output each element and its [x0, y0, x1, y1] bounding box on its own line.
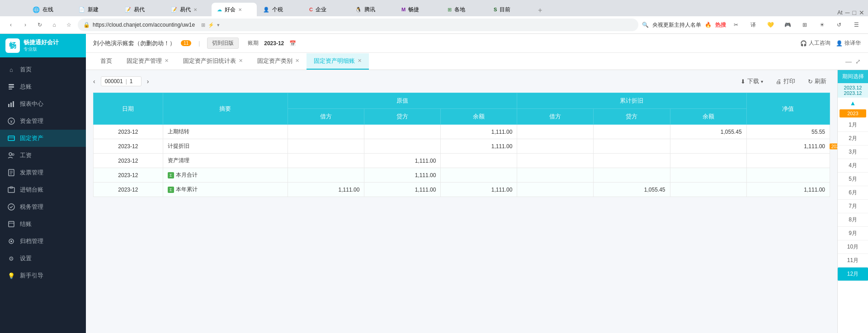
maximize-btn[interactable]: □	[853, 9, 856, 16]
app-container: 畅 畅捷通好会计 专业版 ⌂ 首页 总账 报表中心	[0, 34, 868, 333]
sidebar-item-label: 报表中心	[20, 100, 43, 108]
tab-expand-icon[interactable]: ⤢	[855, 58, 861, 65]
sidebar-item-reports[interactable]: 报表中心	[0, 95, 86, 113]
download-btn[interactable]: ⬇ 下载 ▾	[737, 75, 767, 87]
tab-label: 新建	[88, 6, 99, 14]
table-row: 2023-12 上期结转 1,111.00 1,055.45 55.55	[94, 125, 830, 139]
svg-rect-2	[9, 89, 12, 89]
cell-net-value	[746, 154, 830, 168]
sidebar-item-funds[interactable]: ¥ 资金管理	[0, 113, 86, 130]
cell-dep-balance	[670, 139, 746, 154]
browser-tab-changjie[interactable]: M 畅捷	[396, 3, 441, 16]
browser-tab-gedi[interactable]: ⊞ 各地	[442, 3, 487, 16]
account-badge: 11	[181, 40, 191, 46]
calendar-icon[interactable]: 📅	[289, 40, 296, 47]
cut-icon[interactable]: ✂	[730, 19, 742, 31]
menu-icon[interactable]: ☰	[850, 19, 863, 31]
refresh-btn[interactable]: ↻ 刷新	[804, 75, 830, 87]
browser-tab-geshui[interactable]: 👤 个税	[258, 3, 303, 16]
period-up-btn[interactable]: ▲	[838, 98, 868, 108]
home-button[interactable]: ⌂	[49, 19, 60, 30]
sidebar-item-guide[interactable]: 💡 新手引导	[0, 267, 86, 284]
brightness-icon[interactable]: ☀	[816, 19, 828, 31]
nav-arrows: ‹	[93, 78, 95, 85]
bookmark-button[interactable]: ☆	[63, 19, 74, 30]
game-icon[interactable]: 🎮	[781, 19, 794, 31]
sidebar-item-archive[interactable]: 归档管理	[0, 233, 86, 250]
tab-close-icon[interactable]: ✕	[239, 58, 243, 64]
tab-close-icon[interactable]: ✕	[358, 58, 362, 64]
wallet-icon[interactable]: 💛	[764, 19, 777, 31]
tab-home[interactable]: 首页	[93, 53, 119, 70]
cell-dep-debit	[517, 125, 594, 139]
period-month-12[interactable]: 12月	[838, 267, 868, 281]
sidebar-item-settings[interactable]: ⚙ 设置	[0, 250, 86, 267]
next-arrow-btn[interactable]: ›	[147, 78, 149, 85]
table-row-yearly-total: 2023-12 Σ本年累计 1,111.00 1,111.00 1,111.00…	[94, 183, 830, 197]
period-month-2[interactable]: 2月	[838, 132, 868, 145]
sidebar-item-ledger[interactable]: 总账	[0, 78, 86, 95]
tab-close-icon[interactable]: ✕	[193, 7, 197, 12]
tab-close-icon[interactable]: ✕	[238, 7, 242, 12]
tab-fixed-asset-mgmt[interactable]: 固定资产管理 ✕	[119, 53, 176, 70]
print-btn[interactable]: 🖨 打印	[772, 75, 799, 87]
new-tab-button[interactable]: +	[534, 5, 546, 16]
tab-close-icon[interactable]: ✕	[165, 58, 169, 64]
sidebar-item-salary[interactable]: 工资	[0, 147, 86, 164]
period-month-1[interactable]: 1月	[838, 118, 868, 132]
tab-actions: — ⤢	[845, 58, 861, 65]
period-month-3[interactable]: 3月	[838, 145, 868, 159]
user-btn[interactable]: 👤 徐译华	[836, 39, 861, 47]
sidebar-item-invoice[interactable]: 发票管理	[0, 164, 86, 181]
address-bar[interactable]: 🔒 https://cloud.chanjet.com/accounting/u…	[78, 19, 638, 31]
svg-rect-3	[8, 104, 9, 107]
browser-tab-muqian[interactable]: S 目前	[488, 3, 533, 16]
browser-tab-new[interactable]: 📄 新建	[73, 3, 118, 16]
address-text: https://cloud.chanjet.com/accounting/uw1…	[93, 22, 195, 28]
period-month-8[interactable]: 8月	[838, 213, 868, 227]
browser-tab-yidai1[interactable]: 📝 易代	[119, 3, 165, 16]
support-btn[interactable]: 🎧 人工咨询	[800, 39, 830, 47]
tab-close-icon[interactable]: ✕	[295, 58, 299, 64]
sidebar-item-tax[interactable]: 税务管理	[0, 198, 86, 216]
browser-tab-yidai2[interactable]: 📝 易代 ✕	[165, 3, 211, 16]
th-depreciation-group: 累计折旧	[517, 93, 746, 109]
tab-asset-detail[interactable]: 固定资产明细账 ✕	[307, 53, 369, 70]
salary-icon	[7, 151, 15, 159]
period-month-9[interactable]: 9月	[838, 227, 868, 240]
browser-tab-online[interactable]: 🌐 在线	[27, 3, 72, 16]
minimize-btn[interactable]: ─	[845, 9, 850, 16]
tab-minimize-icon[interactable]: —	[845, 58, 852, 65]
browser-tab-qiye[interactable]: C 企业	[304, 3, 349, 16]
grid-icon[interactable]: ⊞	[798, 19, 811, 31]
browser-tab-haohui[interactable]: ☁ 好会 ✕	[212, 3, 257, 16]
reload-button[interactable]: ↻	[34, 19, 45, 30]
chevron-down-icon[interactable]: ▾	[217, 22, 220, 28]
period-month-11[interactable]: 11月	[838, 254, 868, 267]
close-btn[interactable]: ✕	[859, 9, 864, 16]
nav-actions: ✂ 译 💛 🎮 ⊞ ☀ ↺ ☰	[730, 19, 863, 31]
svg-text:¥: ¥	[9, 119, 13, 124]
svg-point-22	[10, 240, 12, 242]
tab-asset-category[interactable]: 固定资产类别 ✕	[250, 53, 307, 70]
back-button[interactable]: ‹	[5, 19, 16, 30]
sidebar-item-home[interactable]: ⌂ 首页	[0, 61, 86, 78]
period-month-4[interactable]: 4月	[838, 159, 868, 173]
purchase-sales-icon	[7, 186, 15, 194]
year-back-badge[interactable]: 2023	[840, 109, 866, 117]
period-month-7[interactable]: 7月	[838, 200, 868, 213]
version-switch-btn[interactable]: 切到旧版	[207, 38, 239, 49]
sidebar-item-purchase-sales[interactable]: 进销台账	[0, 181, 86, 198]
sidebar-item-fixed-assets[interactable]: 固定资产	[0, 130, 86, 147]
period-month-6[interactable]: 6月	[838, 186, 868, 200]
sidebar-item-closing[interactable]: 结账	[0, 216, 86, 233]
undo-icon[interactable]: ↺	[833, 19, 845, 31]
period-month-10[interactable]: 10月	[838, 240, 868, 254]
period-month-5[interactable]: 5月	[838, 173, 868, 186]
forward-button[interactable]: ›	[20, 19, 31, 30]
svg-point-11	[12, 154, 14, 155]
translate-icon[interactable]: 译	[747, 19, 760, 31]
tab-depreciation-stats[interactable]: 固定资产折旧统计表 ✕	[176, 53, 250, 70]
browser-tab-tengxun[interactable]: 🐧 腾讯	[350, 3, 395, 16]
prev-arrow-btn[interactable]: ‹	[93, 78, 95, 85]
